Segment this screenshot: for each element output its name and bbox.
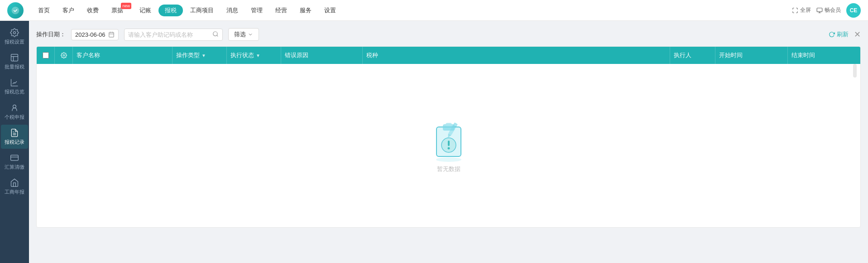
svg-rect-2 [11,54,18,61]
sort-icon-status: ▼ [256,53,260,58]
fullscreen-btn[interactable]: 全屏 [792,6,811,14]
date-value: 2023-06-06 [75,31,106,38]
nav-service[interactable]: 服务 [294,5,317,16]
header-error-reason: 错误原因 [281,47,363,64]
nav-bookkeeping[interactable]: 记账 [134,5,157,16]
header-executor: 执行人 [670,47,715,64]
svg-point-14 [63,54,65,56]
header-end-time: 结束时间 [788,47,860,64]
sidebar-item-personal-tax[interactable]: 个税申报 [1,100,28,124]
nav-items: 首页 客户 收费 票据 new 记账 报税 工商项目 消息 管理 经营 服务 设… [33,5,792,16]
sidebar-label-tax-record: 报税记录 [5,139,24,145]
empty-state: 暂无数据 [428,91,469,200]
empty-text: 暂无数据 [437,165,460,173]
sidebar-label-personal-tax: 个税申报 [5,114,24,120]
svg-rect-6 [11,155,19,161]
filter-label: 筛选 [234,30,246,39]
sidebar-label-settlement: 汇算清缴 [5,164,24,170]
member-label: 畅会员 [825,6,841,14]
sidebar-item-tax-overview[interactable]: 报税总览 [1,74,28,98]
nav-customer[interactable]: 客户 [57,5,80,16]
sidebar-item-batch-tax[interactable]: 批量报税 [1,49,28,73]
main-layout: 报税设置 批量报税 报税总览 个税申报 [0,21,868,263]
date-picker[interactable]: 2023-06-06 [71,29,119,40]
search-input[interactable] [128,31,210,38]
svg-point-3 [13,105,16,108]
sidebar-item-annual-report[interactable]: 工商年报 [1,175,28,199]
svg-point-1 [14,32,16,34]
nav-tax[interactable]: 报税 [158,5,183,16]
nav-manage[interactable]: 管理 [245,5,268,16]
nav-message[interactable]: 消息 [221,5,244,16]
svg-point-12 [213,31,217,35]
sidebar-label-annual-report: 工商年报 [5,189,24,195]
sidebar-label-tax-overview: 报税总览 [5,89,24,95]
table-wrap: 客户名称 操作类型 ▼ 执行状态 ▼ 错误原因 税种 执行人 [36,46,861,228]
svg-rect-23 [448,141,450,146]
nav-settings[interactable]: 设置 [319,5,341,16]
sidebar-label-tax-settings: 报税设置 [5,39,24,45]
table-header: 客户名称 操作类型 ▼ 执行状态 ▼ 错误原因 税种 执行人 [37,47,860,64]
nav-operation[interactable]: 经营 [270,5,293,16]
new-badge: new [121,3,131,9]
logo[interactable] [7,2,24,19]
svg-rect-21 [446,123,452,127]
sidebar-label-batch-tax: 批量报税 [5,64,24,70]
nav-home[interactable]: 首页 [33,5,55,16]
nav-ticket[interactable]: 票据 new [106,5,132,16]
header-customer-name: 客户名称 [73,47,173,64]
fullscreen-label: 全屏 [800,6,811,14]
header-gear-cell[interactable] [55,47,73,64]
svg-rect-8 [109,32,114,37]
nav-commerce[interactable]: 工商项目 [185,5,219,16]
svg-point-25 [436,157,461,162]
svg-rect-0 [817,8,822,11]
toolbar-right: 刷新 ✕ [829,30,861,39]
search-icon[interactable] [212,31,219,39]
nav-fee[interactable]: 收费 [82,5,104,16]
toolbar: 操作日期： 2023-06-06 [36,28,861,41]
select-all-checkbox[interactable] [43,52,49,58]
table-body: 暂无数据 [37,64,860,227]
sidebar: 报税设置 批量报税 报税总览 个税申报 [0,21,29,263]
empty-illustration [428,118,469,163]
sort-icon-operation: ▼ [201,53,206,58]
refresh-label: 刷新 [837,30,849,39]
refresh-button[interactable]: 刷新 [829,30,849,39]
header-exec-status[interactable]: 执行状态 ▼ [227,47,281,64]
sidebar-item-tax-settings[interactable]: 报税设置 [1,24,28,49]
search-wrap [124,29,223,41]
filter-button[interactable]: 筛选 [228,28,259,41]
scrollbar-hint[interactable] [853,64,857,78]
top-nav-right: 全屏 畅会员 CE [792,3,861,18]
date-label: 操作日期： [36,30,66,39]
close-button[interactable]: ✕ [854,30,861,39]
header-start-time: 开始时间 [715,47,788,64]
svg-line-13 [216,35,218,36]
header-checkbox-cell[interactable] [37,47,55,64]
content-area: 操作日期： 2023-06-06 [29,21,868,263]
member-btn[interactable]: 畅会员 [816,6,841,14]
top-nav: 首页 客户 收费 票据 new 记账 报税 工商项目 消息 管理 经营 服务 设… [0,0,868,21]
sidebar-item-settlement[interactable]: 汇算清缴 [1,150,28,174]
avatar[interactable]: CE [846,3,861,18]
header-operation-type[interactable]: 操作类型 ▼ [173,47,227,64]
svg-point-24 [447,147,450,150]
sidebar-item-tax-record[interactable]: 报税记录 [1,125,28,149]
header-tax-type: 税种 [363,47,670,64]
